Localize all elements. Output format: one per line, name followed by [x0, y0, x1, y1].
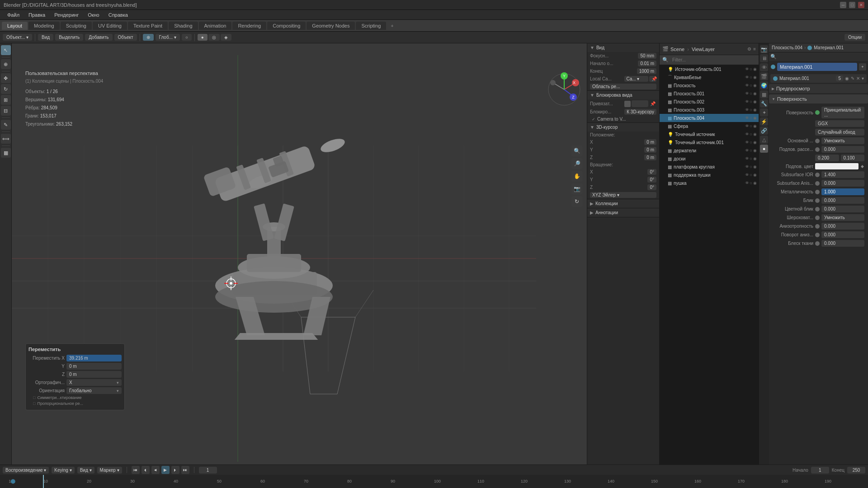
item-render-11[interactable]: ◉: [753, 156, 757, 161]
specular-val[interactable]: 0.000: [821, 197, 864, 204]
item-render-14[interactable]: ◉: [753, 181, 757, 185]
timeline-ruler[interactable]: 1 10 20 30 40 50 60 70 80 90 100 110 120…: [0, 475, 868, 488]
minimize-button[interactable]: ─: [840, 2, 846, 8]
object-data-tab[interactable]: △: [760, 136, 768, 144]
item-vis-0[interactable]: 👁: [745, 67, 749, 71]
focal-length-value[interactable]: 50 mm: [638, 53, 656, 59]
item-select-7[interactable]: ○: [750, 124, 752, 128]
outliner-item-plane001[interactable]: ▦ Плоскость.001 👁 ○ ◉: [660, 89, 759, 98]
cursor3d-header[interactable]: ▼ 3D-курсор: [587, 123, 659, 131]
tab-sculpting[interactable]: Sculpting: [61, 22, 92, 30]
world-props-tab[interactable]: 🌍: [760, 81, 768, 89]
options-btn[interactable]: Опции: [844, 34, 865, 41]
outliner-filter-btn[interactable]: ⚙: [747, 47, 751, 52]
item-select-9[interactable]: ○: [750, 140, 752, 145]
cursor-z-val[interactable]: 0 m: [644, 155, 656, 160]
item-select-6[interactable]: ○: [750, 116, 752, 120]
physics-tab[interactable]: ⚡: [760, 117, 768, 126]
anisotropy-val[interactable]: 0.000: [821, 223, 864, 230]
metallic-val[interactable]: 1.000: [821, 188, 864, 195]
constraints-tab[interactable]: 🔗: [760, 127, 768, 135]
item-render-7[interactable]: ◉: [753, 124, 757, 128]
proportional-checkbox[interactable]: □ Пропорциональное ре...: [33, 401, 83, 406]
tab-shading[interactable]: Shading: [169, 22, 198, 30]
outliner-item-pointlight[interactable]: 💡 Точечный источник 👁 ○ ◉: [660, 130, 759, 138]
cursor-rx-val[interactable]: 0°: [647, 169, 656, 175]
lock-view-header[interactable]: ▼ Блокировка вида: [587, 91, 659, 99]
annotations-header[interactable]: ▶ Аннотации: [587, 208, 659, 217]
pivot-dropdown[interactable]: Глоб... ▾: [156, 34, 180, 41]
ortho-axis-dropdown[interactable]: X▾: [66, 379, 122, 386]
tab-layout[interactable]: Layout: [2, 22, 28, 30]
material-preview-btn[interactable]: ◎: [208, 34, 220, 41]
item-vis-8[interactable]: 👁: [745, 132, 749, 136]
menu-render[interactable]: Рендеринг: [51, 11, 82, 19]
item-vis-12[interactable]: 👁: [745, 164, 749, 169]
camera-view-btn[interactable]: 📷: [571, 183, 582, 194]
outliner-item-plane004[interactable]: ▦ Плоскость.004 👁 ○ ◉: [660, 114, 759, 122]
item-vis-14[interactable]: 👁: [745, 181, 749, 185]
zoom-in-btn[interactable]: 🔍: [571, 145, 582, 156]
modifiers-tab[interactable]: 🔧: [760, 99, 768, 108]
item-render-9[interactable]: ◉: [753, 140, 757, 145]
snap-color-btn[interactable]: [624, 101, 631, 107]
viewport-3d[interactable]: Пользовательская перспектива (1) Коллекц…: [12, 43, 587, 465]
move-x-value[interactable]: 39.216 m: [66, 355, 122, 361]
item-render-3[interactable]: ◉: [753, 91, 757, 96]
outliner-item-plane002[interactable]: ▦ Плоскость.002 👁 ○ ◉: [660, 98, 759, 106]
timeline-marker-dropdown[interactable]: Маркер ▾: [97, 467, 122, 474]
pan-btn[interactable]: ✋: [571, 171, 582, 182]
annotate-tool[interactable]: ✎: [1, 120, 11, 130]
roughness-val[interactable]: Умножить: [821, 214, 864, 221]
jump-start-btn[interactable]: ⏮: [132, 466, 140, 474]
timeline-mode-dropdown[interactable]: Воспроизведение ▾: [3, 467, 49, 474]
zoom-out-btn[interactable]: 🔎: [571, 158, 582, 169]
item-vis-4[interactable]: 👁: [745, 99, 749, 104]
menu-help[interactable]: Справка: [105, 11, 132, 19]
item-render-2[interactable]: ◉: [753, 83, 757, 88]
item-render-4[interactable]: ◉: [753, 99, 757, 104]
add-cube-tool[interactable]: ▦: [1, 148, 11, 158]
item-select-5[interactable]: ○: [750, 108, 752, 112]
scene-props-tab[interactable]: 🎬: [760, 72, 768, 80]
render-props-tab[interactable]: 📷: [760, 45, 768, 53]
outliner-item-source001[interactable]: 💡 Источник-область.001 👁 ○ ◉: [660, 65, 759, 73]
distribution-val[interactable]: GGX: [815, 120, 864, 127]
object-mode-dropdown[interactable]: Объект... ▾: [3, 34, 32, 41]
local-camera-pin[interactable]: 📌: [649, 76, 656, 82]
item-select-13[interactable]: ○: [750, 173, 752, 177]
snap-value[interactable]: [632, 100, 649, 107]
item-vis-9[interactable]: 👁: [745, 140, 749, 145]
item-render-0[interactable]: ◉: [753, 67, 757, 71]
scale-tool[interactable]: ⊞: [1, 95, 11, 105]
material-name-field[interactable]: Материал.001: [777, 63, 857, 71]
menu-file[interactable]: Файл: [4, 11, 23, 19]
item-select-1[interactable]: ○: [750, 75, 752, 80]
close-button[interactable]: ✕: [858, 2, 864, 8]
item-vis-7[interactable]: 👁: [745, 124, 749, 128]
cursor-x-val[interactable]: 0 m: [644, 139, 656, 145]
item-render-8[interactable]: ◉: [753, 132, 757, 136]
outliner-item-boards[interactable]: ▦ доски 👁 ○ ◉: [660, 155, 759, 163]
menu-window[interactable]: Окно: [84, 11, 103, 19]
item-select-8[interactable]: ○: [750, 132, 752, 136]
preview-section-header[interactable]: ▶ Предпросмотр: [769, 84, 868, 93]
move-y-value[interactable]: 0 m: [66, 363, 122, 370]
tab-geometry-nodes[interactable]: Geometry Nodes: [307, 22, 355, 30]
specular-tint-val[interactable]: 0.000: [821, 206, 864, 212]
subsurface-color-swatch[interactable]: [815, 163, 859, 169]
material-tab[interactable]: ●: [760, 145, 768, 153]
view-menu[interactable]: Вид: [38, 34, 53, 41]
anisotropy-rot-val[interactable]: 0.000: [821, 231, 864, 238]
play-reverse-btn[interactable]: ◄: [151, 466, 160, 474]
subsurface-method-val[interactable]: Случайный обход: [815, 129, 864, 136]
tab-uv-editing[interactable]: UV Editing: [93, 22, 127, 30]
item-render-5[interactable]: ◉: [753, 108, 757, 112]
outliner-item-plane[interactable]: ▦ Плоскость 👁 ○ ◉: [660, 81, 759, 89]
mat-fake-user-icon[interactable]: ✎: [851, 76, 854, 81]
item-select-4[interactable]: ○: [750, 99, 752, 104]
outliner-item-plane003[interactable]: ▦ Плоскость.003 👁 ○ ◉: [660, 106, 759, 114]
item-vis-10[interactable]: 👁: [745, 148, 749, 153]
add-workspace-button[interactable]: +: [387, 22, 397, 30]
proportional-editing-btn[interactable]: ○: [182, 34, 192, 41]
